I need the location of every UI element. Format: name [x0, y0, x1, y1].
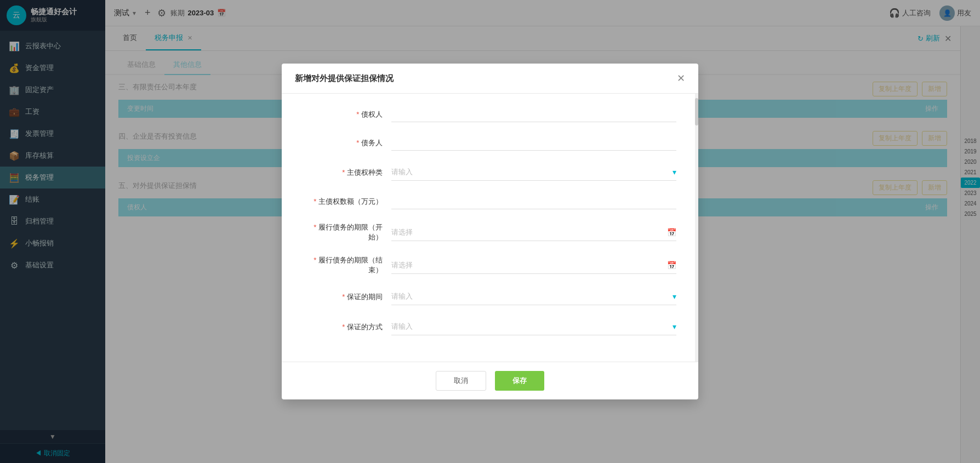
- modal: 新增对外提供保证担保情况 ✕ * 债权人 * 债务人: [282, 64, 698, 399]
- input-debtor[interactable]: [391, 135, 676, 151]
- chevron-down-icon: ▾: [673, 168, 676, 176]
- date-picker-end[interactable]: 请选择 📅: [391, 257, 676, 274]
- chevron-down-3-icon: ▾: [673, 322, 676, 331]
- form-row-creditor: * 债权人: [304, 107, 676, 122]
- form-row-debtor: * 债务人: [304, 135, 676, 151]
- label-guarantee-method: * 保证的方式: [304, 322, 391, 332]
- modal-close-button[interactable]: ✕: [677, 72, 685, 84]
- input-debt-amount[interactable]: [391, 194, 676, 209]
- save-button[interactable]: 保存: [495, 371, 544, 391]
- select-guarantee-period[interactable]: 请输入 ▾: [391, 288, 676, 305]
- calendar-end-icon: 📅: [667, 261, 676, 270]
- form-row-period-end: * 履行债务的期限（结束） 请选择 📅: [304, 255, 676, 275]
- cancel-button[interactable]: 取消: [436, 371, 486, 391]
- date-picker-start[interactable]: 请选择 📅: [391, 224, 676, 241]
- calendar-start-icon: 📅: [667, 228, 676, 237]
- form-row-debt-type: * 主债权种类 请输入 ▾: [304, 164, 676, 181]
- modal-footer: 取消 保存: [282, 362, 698, 399]
- form-row-guarantee-method: * 保证的方式 请输入 ▾: [304, 318, 676, 335]
- modal-title: 新增对外提供保证担保情况: [295, 73, 394, 84]
- chevron-down-2-icon: ▾: [673, 292, 676, 301]
- select-guarantee-method[interactable]: 请输入 ▾: [391, 318, 676, 335]
- form-row-debt-amount: * 主债权数额（万元）: [304, 194, 676, 209]
- select-debt-type[interactable]: 请输入 ▾: [391, 164, 676, 181]
- select-debt-type-placeholder: 请输入: [391, 167, 413, 177]
- label-creditor: * 债权人: [304, 110, 391, 119]
- date-start-placeholder: 请选择: [391, 227, 413, 237]
- modal-body: * 债权人 * 债务人 * 主债权种类 请输入: [282, 94, 698, 362]
- label-debtor: * 债务人: [304, 138, 391, 148]
- form-row-period-start: * 履行债务的期限（开始） 请选择 📅: [304, 222, 676, 242]
- select-guarantee-period-placeholder: 请输入: [391, 291, 413, 301]
- form-row-guarantee-period: * 保证的期间 请输入 ▾: [304, 288, 676, 305]
- date-end-placeholder: 请选择: [391, 260, 413, 270]
- modal-overlay: 新增对外提供保证担保情况 ✕ * 债权人 * 债务人: [0, 0, 980, 463]
- label-guarantee-period: * 保证的期间: [304, 292, 391, 302]
- label-period-end: * 履行债务的期限（结束）: [304, 255, 391, 275]
- select-guarantee-method-placeholder: 请输入: [391, 322, 413, 331]
- label-period-start: * 履行债务的期限（开始）: [304, 222, 391, 242]
- modal-header: 新增对外提供保证担保情况 ✕: [282, 64, 698, 94]
- label-debt-type: * 主债权种类: [304, 168, 391, 178]
- input-creditor[interactable]: [391, 107, 676, 122]
- label-debt-amount: * 主债权数额（万元）: [304, 197, 391, 207]
